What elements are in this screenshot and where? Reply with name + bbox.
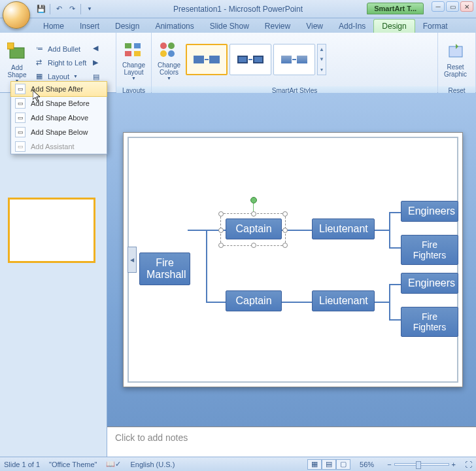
zoom-thumb[interactable] (416, 461, 421, 469)
status-zoom-pct[interactable]: 56% (360, 461, 374, 468)
demote-button[interactable]: ▶ (91, 57, 104, 69)
status-theme: "Office Theme" (49, 461, 97, 468)
reset-icon (445, 41, 466, 62)
tab-smartart-design[interactable]: Design (373, 19, 415, 33)
smartart-node-captain-2[interactable]: Captain (226, 290, 282, 311)
bullet-icon: ≔ (36, 44, 45, 54)
tab-review[interactable]: Review (257, 20, 298, 33)
smartart-tools-label: SmartArt T... (367, 3, 424, 14)
zoom-slider[interactable] (394, 463, 449, 466)
menu-add-shape-above[interactable]: ▭Add Shape Above (11, 111, 107, 125)
svg-point-7 (168, 43, 175, 49)
change-layout-button[interactable]: Change Layout ▼ (119, 34, 148, 85)
minimize-button[interactable]: ─ (432, 1, 445, 12)
tab-home[interactable]: Home (35, 20, 72, 33)
statusbar: Slide 1 of 1 "Office Theme" 📖✓ English (… (0, 457, 476, 471)
demote-icon: ▶ (93, 58, 102, 67)
app-title: Presentation1 - Microsoft PowerPoint (173, 5, 303, 14)
change-layout-icon (124, 39, 144, 60)
smartart-node-firefighters-2[interactable]: Fire Fighters (401, 307, 458, 337)
svg-rect-1 (7, 43, 14, 49)
add-shape-button[interactable]: Add Shape ▼ (3, 37, 31, 88)
right-to-left-button[interactable]: ⇄Right to Left (33, 56, 89, 69)
change-colors-icon (159, 39, 180, 60)
qat-undo-icon[interactable]: ↶ (53, 3, 65, 15)
menu-add-shape-before[interactable]: ▭Add Shape Before (11, 96, 107, 111)
svg-point-8 (160, 50, 167, 57)
promote-button[interactable]: ◀ (91, 43, 104, 54)
slide-editor-area[interactable]: ◀ Fire Marshall (107, 93, 476, 457)
add-shape-icon (7, 42, 27, 63)
ribbon-tabs: Home Insert Design Animations Slide Show… (0, 18, 476, 33)
smartart-graphic-frame[interactable]: ◀ Fire Marshall (128, 137, 458, 383)
smartart-style-gallery: ▲▼▾ (186, 44, 326, 75)
zoom-out-button[interactable]: − (387, 461, 391, 468)
zoom-in-button[interactable]: + (452, 461, 456, 468)
shape-before-icon: ▭ (15, 98, 26, 109)
titlebar: 💾 ↶ ↷ ▼ Presentation1 - Microsoft PowerP… (0, 0, 476, 18)
slide-canvas[interactable]: ◀ Fire Marshall (123, 132, 463, 387)
svg-rect-3 (134, 43, 141, 48)
style-item-2[interactable] (230, 44, 271, 75)
tab-view[interactable]: View (298, 20, 331, 33)
smartart-node-engineers-2[interactable]: Engineers (401, 273, 458, 294)
shape-above-icon: ▭ (15, 113, 26, 123)
svg-rect-4 (125, 51, 131, 56)
style-gallery-more[interactable]: ▲▼▾ (317, 44, 326, 75)
rotate-handle[interactable] (250, 197, 257, 203)
notes-pane[interactable]: Click to add notes (107, 427, 476, 457)
restore-button[interactable]: ▭ (446, 1, 459, 12)
tab-animations[interactable]: Animations (147, 20, 201, 33)
tab-addins[interactable]: Add-Ins (331, 20, 373, 33)
view-sorter-button[interactable]: ▤ (322, 459, 336, 470)
layout-icon: ▦ (36, 72, 45, 81)
tab-design[interactable]: Design (107, 20, 147, 33)
slide-thumbnail-1[interactable] (8, 198, 95, 263)
menu-add-assistant: ▭Add Assistant (11, 139, 107, 154)
style-item-1[interactable] (186, 44, 228, 75)
office-button[interactable] (3, 1, 30, 29)
style-item-3[interactable] (273, 44, 315, 75)
tab-slide-show[interactable]: Slide Show (202, 20, 257, 33)
fit-to-window-button[interactable]: ⛶ (465, 461, 472, 468)
shape-after-icon: ▭ (15, 84, 26, 94)
rtl-icon: ⇄ (36, 58, 45, 67)
smartart-node-firefighters-1[interactable]: Fire Fighters (401, 235, 458, 265)
qat-save-icon[interactable]: 💾 (35, 3, 47, 15)
svg-rect-2 (125, 43, 131, 48)
view-normal-button[interactable]: ▦ (307, 459, 322, 470)
smartart-node-lieutenant-2[interactable]: Lieutenant (312, 290, 375, 311)
promote-icon: ◀ (93, 44, 102, 53)
smartart-node-captain-1[interactable]: Captain (226, 218, 282, 239)
menu-add-shape-after[interactable]: ▭Add Shape After (10, 81, 107, 97)
svg-rect-5 (134, 51, 141, 56)
reset-graphic-button[interactable]: Reset Graphic (441, 34, 470, 85)
text-pane-toggle[interactable]: ◀ (128, 247, 137, 273)
smartart-node-root[interactable]: Fire Marshall (139, 253, 190, 285)
smartart-node-lieutenant-1[interactable]: Lieutenant (312, 218, 375, 239)
tab-insert[interactable]: Insert (72, 20, 107, 33)
add-bullet-button[interactable]: ≔Add Bullet (33, 43, 89, 56)
assistant-icon: ▭ (15, 141, 26, 152)
spellcheck-icon[interactable]: 📖✓ (106, 460, 121, 468)
status-slide-info: Slide 1 of 1 (4, 461, 40, 468)
change-colors-button[interactable]: Change Colors ▼ (154, 34, 184, 85)
add-shape-dropdown: ▭Add Shape After ▭Add Shape Before ▭Add … (10, 81, 107, 154)
tab-format[interactable]: Format (415, 20, 456, 33)
qat-customize-icon[interactable]: ▼ (84, 3, 95, 15)
smartart-node-engineers-1[interactable]: Engineers (401, 201, 458, 222)
textpane-icon: ▤ (93, 73, 102, 82)
close-button[interactable]: ✕ (460, 1, 473, 12)
svg-point-6 (160, 43, 167, 49)
shape-below-icon: ▭ (15, 127, 26, 137)
view-slideshow-button[interactable]: ▢ (336, 459, 350, 470)
qat-redo-icon[interactable]: ↷ (66, 3, 78, 15)
menu-add-shape-below[interactable]: ▭Add Shape Below (11, 125, 107, 139)
svg-point-9 (168, 50, 175, 57)
status-language[interactable]: English (U.S.) (130, 461, 175, 468)
